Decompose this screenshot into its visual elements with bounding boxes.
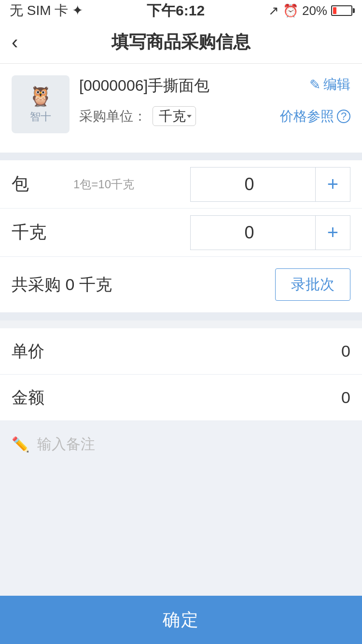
purchase-unit: 采购单位： 千克 <box>79 106 196 126</box>
edit-button[interactable]: ✎ 编辑 <box>309 75 350 94</box>
battery-icon <box>331 5 352 16</box>
price-ref-label: 价格参照 <box>280 107 334 126</box>
edit-icon: ✎ <box>309 77 320 93</box>
bag-label: 包 <box>12 172 70 196</box>
owl-icon: 🦉 <box>28 85 53 108</box>
amount-row: 金额 0 <box>0 375 362 421</box>
note-placeholder: 输入备注 <box>37 434 95 454</box>
kg-plus-button[interactable]: + <box>316 215 350 250</box>
battery-percent: 20% <box>302 3 327 18</box>
amount-value: 0 <box>341 388 350 407</box>
sim-status: 无 SIM 卡 ✦ <box>10 1 83 20</box>
back-button[interactable]: ‹ <box>12 31 18 53</box>
status-left: 无 SIM 卡 ✦ <box>10 1 83 20</box>
product-meta: 采购单位： 千克 价格参照 ? <box>79 106 350 126</box>
status-time: 下午6:12 <box>147 1 205 21</box>
unit-price-row: 单价 0 <box>0 328 362 375</box>
pencil-icon: ✏️ <box>12 436 29 453</box>
batch-button[interactable]: 录批次 <box>275 268 350 301</box>
nav-bar: ‹ 填写商品采购信息 <box>0 21 362 64</box>
bag-input-row: 包 1包=10千克 + <box>0 160 362 209</box>
info-section: 单价 0 金额 0 <box>0 328 362 421</box>
summary-row: 共采购 0 千克 录批次 <box>0 257 362 313</box>
content-spacer <box>0 468 362 613</box>
kg-input[interactable] <box>190 215 316 250</box>
status-bar: 无 SIM 卡 ✦ 下午6:12 ↗ ⏰ 20% <box>0 0 362 21</box>
kg-input-row: 千克 + <box>0 209 362 257</box>
kg-label: 千克 <box>12 221 70 244</box>
price-ref-help-icon: ? <box>337 110 350 123</box>
alarm-icon: ⏰ <box>283 3 298 18</box>
kg-input-wrapper: + <box>190 215 350 250</box>
unit-price-label: 单价 <box>12 340 44 363</box>
product-card: 🦉 智十 [0000006]手撕面包 采购单位： 千克 价格参照 ? <box>0 64 362 153</box>
amount-label: 金额 <box>12 387 44 409</box>
product-image-label: 智十 <box>30 110 51 124</box>
edit-label: 编辑 <box>323 75 350 94</box>
status-right: ↗ ⏰ 20% <box>268 3 352 18</box>
unit-select[interactable]: 千克 <box>153 106 196 126</box>
location-icon: ↗ <box>268 3 279 18</box>
product-image: 🦉 智十 <box>12 75 70 133</box>
section-divider-2 <box>0 313 362 321</box>
bag-sublabel: 1包=10千克 <box>73 177 190 192</box>
bag-input[interactable] <box>190 167 316 202</box>
price-ref-button[interactable]: 价格参照 ? <box>280 107 350 126</box>
unit-price-value: 0 <box>341 342 350 361</box>
confirm-button[interactable]: 确定 <box>0 596 362 644</box>
note-section[interactable]: ✏️ 输入备注 <box>0 421 362 468</box>
purchase-unit-label: 采购单位： <box>79 107 147 126</box>
page-title: 填写商品采购信息 <box>111 30 251 54</box>
bag-input-wrapper: + <box>190 167 350 202</box>
bag-plus-button[interactable]: + <box>316 167 350 202</box>
section-divider-1 <box>0 153 362 160</box>
summary-text: 共采购 0 千克 <box>12 274 112 296</box>
input-section: 包 1包=10千克 + 千克 + 共采购 0 千克 录批次 <box>0 160 362 313</box>
